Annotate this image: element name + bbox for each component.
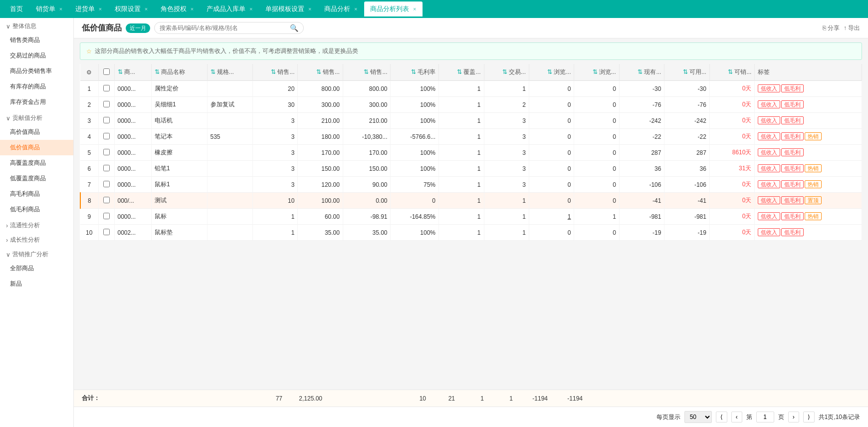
sidebar-item-capital[interactable]: 库存资金占用: [0, 94, 73, 110]
row-checkbox-cell[interactable]: [98, 81, 114, 97]
row-checkbox-cell[interactable]: [98, 177, 114, 193]
sidebar-group-circulation[interactable]: › 流通性分析: [0, 217, 73, 232]
nav-permissions[interactable]: 权限设置 ×: [109, 1, 154, 16]
page-input[interactable]: [756, 412, 774, 423]
row-checkbox-cell[interactable]: [98, 161, 114, 177]
row-view2: 0: [574, 97, 619, 113]
sidebar-item-low-margin[interactable]: 低毛利商品: [0, 202, 73, 217]
share-button[interactable]: ⎘ 分享: [823, 24, 840, 32]
th-sale1[interactable]: ⇅ 销售...: [298, 64, 343, 81]
sidebar-group-overall[interactable]: ∨ 整体信息: [0, 18, 73, 32]
row-checkbox-cell[interactable]: [98, 113, 114, 129]
sidebar-item-in-stock[interactable]: 有库存的商品: [0, 79, 73, 94]
sidebar-item-category-rate[interactable]: 商品分类销售率: [0, 63, 73, 79]
th-code[interactable]: ⇅ 商...: [114, 64, 152, 81]
nav-sales[interactable]: 销货单 ×: [30, 1, 68, 16]
sort-icon: ⇅: [683, 68, 688, 75]
sidebar-item-low-value[interactable]: 低价值商品: [0, 140, 73, 155]
sort-icon: ⇅: [502, 68, 507, 75]
row-checkbox-cell[interactable]: [98, 97, 114, 113]
th-view1[interactable]: ⇅ 浏览...: [529, 64, 574, 81]
nav-home[interactable]: 首页: [4, 1, 29, 16]
row-checkbox-cell[interactable]: [98, 209, 114, 225]
row-checkbox[interactable]: [103, 85, 110, 91]
select-all-checkbox[interactable]: [103, 68, 110, 75]
sidebar-item-new-goods[interactable]: 新品: [0, 276, 73, 292]
row-checkbox[interactable]: [103, 197, 110, 203]
row-checkbox-cell[interactable]: [98, 225, 114, 241]
row-checkbox[interactable]: [103, 133, 110, 139]
row-tags: 低收入低毛利: [755, 225, 862, 241]
row-checkbox-cell[interactable]: [98, 129, 114, 145]
sidebar-item-sales-goods[interactable]: 销售类商品: [0, 32, 73, 48]
per-page-select[interactable]: 50 100 200: [684, 411, 712, 423]
row-checkbox[interactable]: [103, 165, 110, 171]
view1-link[interactable]: 1: [568, 213, 571, 220]
row-checkbox[interactable]: [103, 117, 110, 123]
sidebar-group-growth[interactable]: › 成长性分析: [0, 232, 73, 246]
th-stock[interactable]: ⇅ 现有...: [619, 64, 664, 81]
row-cover: 1: [439, 113, 484, 129]
close-icon[interactable]: ×: [354, 6, 357, 12]
th-spec[interactable]: ⇅ 规格...: [207, 64, 252, 81]
row-checkbox[interactable]: [103, 213, 110, 219]
sidebar-item-high-value[interactable]: 高价值商品: [0, 124, 73, 140]
nav-analysis-list[interactable]: 商品分析列表 ×: [364, 1, 422, 16]
search-icon[interactable]: 🔍: [290, 24, 298, 32]
sidebar-group-contribution[interactable]: ∨ 贡献值分析: [0, 110, 73, 124]
th-name[interactable]: ⇅ 商品名称: [152, 64, 207, 81]
sidebar-item-high-coverage[interactable]: 高覆盖度商品: [0, 155, 73, 171]
close-icon[interactable]: ×: [249, 6, 252, 12]
nav-analysis[interactable]: 商品分析 ×: [318, 1, 363, 16]
table-container[interactable]: ⚙ ⇅ 商... ⇅ 商品名称 ⇅ 规格... ⇅ 销售... ⇅ 销售... …: [74, 64, 868, 390]
total-view2: 1: [487, 395, 516, 402]
export-button[interactable]: ↑ 导出: [844, 24, 860, 32]
th-view2[interactable]: ⇅ 浏览...: [574, 64, 619, 81]
total-trade: 21: [429, 395, 458, 402]
nav-products-in[interactable]: 产成品入库单 ×: [201, 1, 258, 16]
row-checkbox-cell[interactable]: [98, 193, 114, 209]
sidebar-item-traded-goods[interactable]: 交易过的商品: [0, 48, 73, 63]
th-trade[interactable]: ⇅ 交易...: [484, 64, 529, 81]
search-input[interactable]: [160, 24, 287, 31]
last-page-button[interactable]: ⟩: [803, 412, 815, 423]
th-days[interactable]: ⇅ 可销...: [709, 64, 754, 81]
row-checkbox-cell[interactable]: [98, 145, 114, 161]
close-icon[interactable]: ×: [99, 6, 102, 12]
next-page-button[interactable]: ›: [788, 412, 799, 423]
th-sale-qty[interactable]: ⇅ 销售...: [252, 64, 297, 81]
close-icon[interactable]: ×: [191, 6, 194, 12]
th-sale2[interactable]: ⇅ 销售...: [343, 64, 391, 81]
row-trade: 1: [484, 225, 529, 241]
table-row: 3 0000... 电话机 3 210.00 210.00 100% 1 3 0…: [80, 113, 862, 129]
th-cover[interactable]: ⇅ 覆盖...: [439, 64, 484, 81]
row-checkbox[interactable]: [103, 229, 110, 235]
nav-roles[interactable]: 角色授权 ×: [155, 1, 200, 16]
th-settings[interactable]: ⚙: [80, 64, 98, 81]
close-icon[interactable]: ×: [145, 6, 148, 12]
nav-templates[interactable]: 单据模板设置 ×: [259, 1, 317, 16]
th-gross[interactable]: ⇅ 毛利率: [391, 64, 439, 81]
row-code: 000/...: [114, 193, 152, 209]
close-icon[interactable]: ×: [308, 6, 311, 12]
nav-purchase[interactable]: 进货单 ×: [69, 1, 108, 16]
info-banner: ☆ 这部分商品的销售收入大幅低于商品平均销售收入，价值不高，可考虑调整营销策略，…: [80, 42, 862, 60]
sidebar-group-marketing[interactable]: ∨ 营销推广分析: [0, 246, 73, 261]
row-checkbox[interactable]: [103, 149, 110, 155]
row-checkbox[interactable]: [103, 101, 110, 107]
sidebar-item-high-margin[interactable]: 高毛利商品: [0, 186, 73, 202]
th-avail[interactable]: ⇅ 可用...: [664, 64, 709, 81]
sidebar-item-all-goods[interactable]: 全部商品: [0, 261, 73, 276]
tag-label: 低毛利: [781, 212, 804, 220]
row-sale1: 120.00: [298, 177, 343, 193]
row-checkbox[interactable]: [103, 181, 110, 187]
first-page-button[interactable]: ⟨: [716, 412, 727, 423]
prev-page-button[interactable]: ‹: [731, 412, 742, 423]
row-sale1: 180.00: [298, 129, 343, 145]
close-icon[interactable]: ×: [413, 6, 416, 12]
row-tags: 低收入低毛利: [755, 97, 862, 113]
time-badge[interactable]: 近一月: [126, 23, 150, 33]
sidebar-item-low-coverage[interactable]: 低覆盖度商品: [0, 171, 73, 186]
close-icon[interactable]: ×: [59, 6, 62, 12]
tag-label: 热销: [805, 180, 822, 188]
